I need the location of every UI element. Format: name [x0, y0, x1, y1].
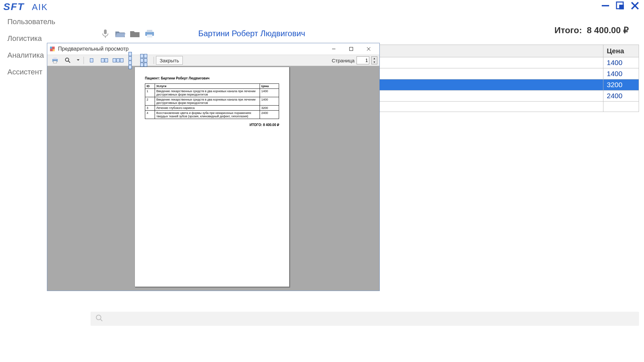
view-1page-icon[interactable] [86, 56, 97, 65]
window-minimize-button[interactable] [600, 0, 611, 11]
spin-down-icon[interactable]: ▼ [372, 60, 377, 64]
folder-open-icon[interactable] [114, 28, 126, 39]
doc-patient-line: Пациент: Бартини Роберт Людвигович [145, 76, 279, 80]
doc-row: 2Введение лекарственных средств в два ко… [145, 97, 279, 106]
mic-icon[interactable] [99, 28, 112, 39]
dialog-titlebar[interactable]: Предварительный просмотр [47, 43, 379, 55]
doc-table: ID Услуги Цена 1Введение лекарственных с… [145, 83, 279, 119]
doc-col-id: ID [145, 84, 155, 89]
svg-text:AIK: AIK [32, 2, 48, 12]
svg-rect-10 [147, 30, 152, 32]
close-preview-button[interactable]: Закрыть [156, 56, 183, 65]
view-6page-icon[interactable] [139, 56, 152, 65]
cell-price: 3200 [603, 79, 639, 90]
svg-rect-16 [53, 49, 55, 51]
dialog-minimize-button[interactable] [325, 43, 342, 55]
svg-rect-15 [50, 47, 52, 49]
search-bar[interactable] [91, 312, 639, 326]
dialog-icon [49, 46, 55, 52]
doc-row: 3Лечение глубокого кариеса3200 [145, 106, 279, 111]
print-preview-dialog: Предварительный просмотр Закрыть Страниц… [47, 43, 380, 291]
dialog-close-button[interactable] [360, 43, 377, 55]
page-label: Страница [332, 58, 355, 63]
dialog-maximize-button[interactable] [342, 43, 360, 55]
svg-point-24 [65, 58, 69, 61]
page-number-input[interactable] [357, 56, 369, 64]
svg-point-12 [96, 315, 101, 320]
search-icon [95, 314, 103, 324]
preview-toolbar: Закрыть Страница ▲▼ [47, 55, 379, 66]
app-logo: SFT AIK [3, 1, 87, 14]
total-label: Итого: [554, 25, 582, 35]
doc-row: 1Введение лекарственных средств в два ко… [145, 89, 279, 97]
svg-rect-23 [53, 61, 57, 63]
svg-rect-11 [147, 35, 152, 38]
view-4page-icon[interactable] [126, 56, 138, 65]
doc-total: ИТОГО: 8 400.00 ₽ [145, 123, 279, 127]
total-value: 8 400.00 ₽ [587, 25, 629, 35]
svg-text:SFT: SFT [3, 1, 24, 12]
patient-name: Бартини Роберт Людвигович [198, 29, 305, 38]
search-input[interactable] [107, 315, 634, 323]
col-price[interactable]: Цена [603, 45, 639, 57]
window-maximize-button[interactable] [614, 0, 626, 11]
svg-rect-22 [53, 58, 57, 59]
total-amount: Итого: 8 400.00 ₽ [554, 25, 629, 36]
view-3page-icon[interactable] [111, 56, 125, 65]
main-toolbar: Бартини Роберт Людвигович Итого: 8 400.0… [69, 25, 639, 42]
spin-up-icon[interactable]: ▲ [372, 57, 377, 60]
cell-price: 1400 [603, 68, 639, 79]
window-close-button[interactable] [629, 0, 641, 11]
page-preview: Пациент: Бартини Роберт Людвигович ID Ус… [135, 67, 289, 287]
cell-price: 2400 [603, 90, 639, 102]
svg-rect-7 [104, 29, 107, 34]
print-icon[interactable] [49, 56, 61, 65]
cell-price: 1400 [603, 57, 639, 68]
view-2page-icon[interactable] [99, 56, 110, 65]
svg-line-13 [100, 319, 102, 321]
page-spinner[interactable]: ▲▼ [371, 56, 377, 64]
doc-row: 4Восстановление цвета и формы зуба при н… [145, 111, 279, 119]
nav-user[interactable]: Пользователь [0, 13, 67, 30]
printer-icon[interactable] [143, 28, 156, 39]
doc-col-price: Цена [260, 84, 279, 89]
zoom-icon[interactable] [62, 56, 73, 65]
svg-rect-4 [619, 5, 624, 9]
doc-col-service: Услуги [155, 84, 260, 89]
folder-icon[interactable] [128, 28, 141, 39]
zoom-dropdown-icon[interactable] [75, 56, 82, 65]
svg-rect-18 [350, 47, 353, 51]
dialog-title: Предварительный просмотр [58, 46, 128, 52]
svg-line-25 [68, 61, 70, 63]
